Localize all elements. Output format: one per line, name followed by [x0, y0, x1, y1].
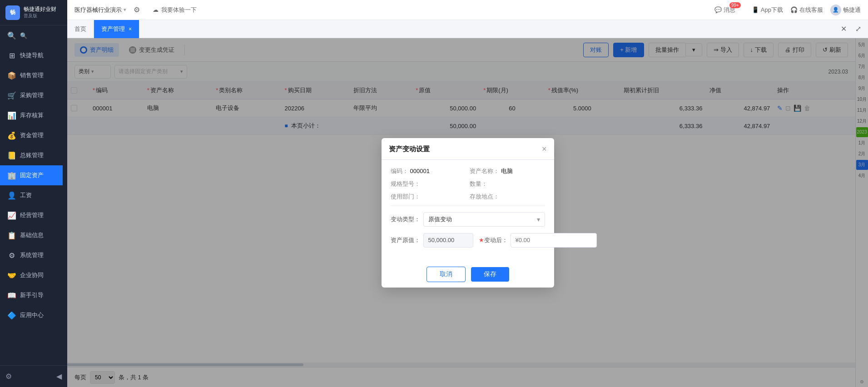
modal-after-label: 变动后： [484, 236, 508, 244]
modal-after-input[interactable] [511, 233, 597, 248]
cloud-trial-label: 我要体验一下 [161, 6, 197, 14]
sidebar-item-purchase[interactable]: 🛒 采购管理 [0, 85, 67, 105]
message-icon: 💬 [714, 6, 722, 13]
modal-location-field: 存放地点： [470, 193, 545, 201]
tab-home-label: 首页 [74, 25, 86, 33]
sales-icon: 📦 [7, 71, 16, 80]
modal-info-row-3: 使用部门： 存放地点： [391, 193, 545, 201]
modal-original-value-display: 50,000.00 [423, 233, 473, 248]
logo-main-text: 畅捷通好业财 [24, 6, 56, 13]
sidebar-item-base-info[interactable]: 📋 基础信息 [0, 225, 67, 245]
sidebar-item-search[interactable]: 🔍 🔍 [0, 25, 67, 45]
sidebar-bottom: ⚙ ◀ [0, 365, 67, 387]
sidebar-item-fixed-assets-label: 固定资产 [20, 171, 44, 179]
modal-body: 编码： 000001 资产名称： 电脑 规格型号： [382, 160, 554, 261]
sidebar-item-inventory[interactable]: 📊 库存核算 [0, 105, 67, 125]
save-button[interactable]: 保存 [471, 267, 509, 282]
sidebar-item-operations[interactable]: 📈 经营管理 [0, 205, 67, 225]
modal-name-value: 电脑 [501, 167, 513, 175]
sidebar-item-fixed-assets[interactable]: 🏢 固定资产 [0, 165, 67, 185]
sidebar-item-ledger[interactable]: 📒 总账管理 [0, 145, 67, 165]
modal-footer: 取消 保存 [382, 261, 554, 288]
settings-icon[interactable]: ⚙ [134, 5, 140, 14]
app-download-icon: 📱 [752, 6, 759, 13]
sidebar-item-app-center[interactable]: 🔷 应用中心 [0, 305, 67, 325]
tab-assets-label: 资产管理 [101, 25, 125, 33]
system-icon: ⚙ [7, 251, 16, 260]
operations-icon: 📈 [7, 211, 16, 220]
modal-change-type-select[interactable]: 原值变动 ▾ [423, 212, 545, 227]
modal-header: 资产变动设置 × [382, 138, 554, 160]
tab-home[interactable]: 首页 [67, 20, 94, 38]
modal-location-label: 存放地点： [470, 193, 499, 201]
topbar: 医疗器械行业演示 ▾ ⚙ ☁ 我要体验一下 💬 消息 99+ 📱 App下载 🎧… [67, 0, 868, 20]
avatar: 👤 [830, 5, 841, 15]
app-download-btn[interactable]: 📱 App下载 [752, 6, 783, 14]
payroll-icon: 👤 [7, 191, 16, 200]
guide-icon: 📖 [7, 291, 16, 300]
sidebar-item-enterprise[interactable]: 🤝 企业协同 [0, 265, 67, 285]
fixed-assets-icon: 🏢 [7, 171, 16, 180]
service-icon: 🎧 [790, 6, 798, 13]
modal-change-type-arrow-icon: ▾ [537, 216, 540, 223]
modal-close-btn[interactable]: × [542, 144, 547, 154]
modal-name-label: 资产名称： [470, 167, 499, 175]
sidebar-item-funds-label: 资金管理 [20, 131, 44, 139]
sidebar-item-payroll[interactable]: 👤 工资 [0, 185, 67, 205]
sidebar-item-system[interactable]: ⚙ 系统管理 [0, 245, 67, 265]
modal-quantity-field: 数量： [470, 180, 545, 188]
quicknav-icon: ⊞ [7, 51, 16, 60]
sidebar-item-guide[interactable]: 📖 新手引导 [0, 285, 67, 305]
sidebar-item-system-label: 系统管理 [20, 251, 44, 259]
collapse-icon[interactable]: ◀ [56, 372, 62, 381]
asset-change-modal: 资产变动设置 × 编码： 000001 资产名称： 电脑 [382, 138, 554, 288]
sidebar-item-inventory-label: 库存核算 [20, 111, 44, 119]
inventory-icon: 📊 [7, 111, 16, 120]
company-arrow-icon: ▾ [124, 7, 126, 13]
tabs-right-controls: ✕ ⤢ [837, 23, 868, 35]
modal-code-field: 编码： 000001 [391, 167, 466, 175]
modal-value-row: 资产原值： 50,000.00 ★ 变动后： [391, 233, 545, 248]
online-service-btn[interactable]: 🎧 在线客服 [790, 6, 823, 14]
base-info-icon: 📋 [7, 231, 16, 240]
sidebar-item-quicknav[interactable]: ⊞ 快捷导航 [0, 45, 67, 65]
enterprise-icon: 🤝 [7, 271, 16, 280]
modal-code-label: 编码： [391, 167, 408, 175]
modal-change-type-value: 原值变动 [428, 215, 452, 223]
company-name: 医疗器械行业演示 [74, 6, 122, 14]
sidebar-item-quicknav-label: 快捷导航 [20, 51, 44, 60]
logo-edition: 普及版 [24, 13, 56, 19]
modal-original-value-val: 50,000.00 [428, 237, 455, 243]
settings-bottom-icon[interactable]: ⚙ [5, 372, 12, 381]
sidebar-item-purchase-label: 采购管理 [20, 91, 44, 99]
sidebar-item-base-info-label: 基础信息 [20, 231, 44, 239]
logo-text-block: 畅捷通好业财 普及版 [24, 6, 56, 20]
tab-close-icon[interactable]: × [129, 26, 132, 32]
sidebar-item-funds[interactable]: 💰 资金管理 [0, 125, 67, 145]
modal-required-mark: ★ [479, 237, 484, 243]
tab-assets[interactable]: 资产管理 × [94, 20, 139, 38]
cloud-icon: ☁ [153, 6, 159, 13]
modal-code-value: 000001 [410, 168, 430, 174]
message-badge: 99+ [729, 2, 741, 8]
user-menu[interactable]: 👤 畅捷通 [830, 5, 861, 15]
tab-close-btn[interactable]: ✕ [837, 23, 850, 35]
sidebar-item-search-label: 🔍 [20, 32, 27, 39]
modal-change-type-label: 变动类型： [391, 215, 423, 223]
tab-expand-btn[interactable]: ⤢ [852, 23, 864, 35]
logo-icon: 畅 [5, 5, 20, 20]
modal-dept-label: 使用部门： [391, 193, 420, 201]
cloud-trial[interactable]: ☁ 我要体验一下 [153, 6, 197, 14]
message-btn[interactable]: 💬 消息 99+ [714, 6, 735, 14]
content-area: 资产明细 变更生成凭证 对账 + 新增 批量 [67, 38, 868, 387]
modal-quantity-label: 数量： [470, 180, 487, 188]
modal-name-field: 资产名称： 电脑 [470, 167, 545, 175]
modal-spec-label: 规格型号： [391, 180, 420, 188]
cancel-button[interactable]: 取消 [427, 267, 466, 282]
company-selector[interactable]: 医疗器械行业演示 ▾ [74, 6, 126, 14]
sidebar-logo: 畅 畅捷通好业财 普及版 [0, 0, 67, 25]
tab-bar: 首页 资产管理 × ✕ ⤢ [67, 20, 868, 38]
modal-title: 资产变动设置 [389, 145, 430, 154]
sidebar-item-sales[interactable]: 📦 销售管理 [0, 65, 67, 85]
purchase-icon: 🛒 [7, 91, 16, 100]
